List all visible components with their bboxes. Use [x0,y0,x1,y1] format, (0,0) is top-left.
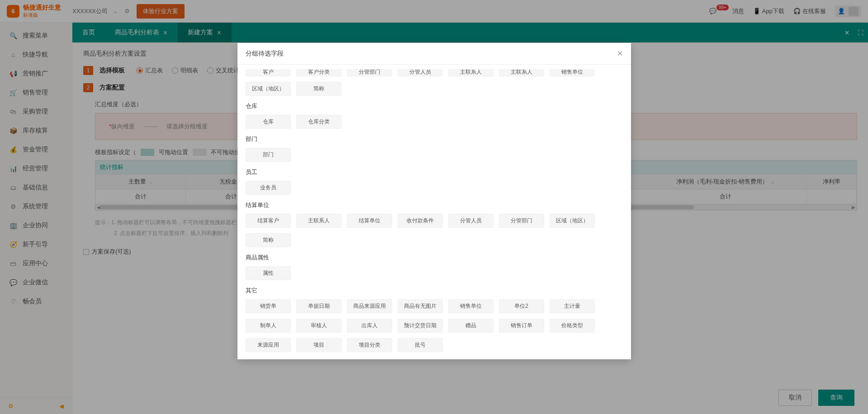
field-chip[interactable]: 批号 [398,338,443,352]
field-chip[interactable]: 项目 [296,338,342,352]
field-chip[interactable]: 来源应用 [246,338,291,352]
modal-scroll[interactable]: 客户客户分类分管部门分管人员主联系人主联系人销售单位 区域（地区）简称 仓库仓库… [246,69,629,355]
chip-row: 结算客户主联系人结算单位收付款条件分管人员分管部门区域（地区）简称 [246,214,623,247]
field-chip[interactable]: 仓库分类 [296,115,342,129]
field-chip[interactable]: 简称 [246,233,291,247]
field-chip[interactable]: 业务员 [246,181,291,195]
field-group-title: 商品属性 [246,254,623,262]
modal-header: 分组待选字段 ✕ [237,43,631,65]
chip-row: 销货单单据日期商品来源应用商品有无图片销售单位单位2主计量制单人审核人出库人预计… [246,299,623,352]
field-chip[interactable]: 单据日期 [296,299,342,313]
field-chip[interactable]: 销售订单 [499,319,544,333]
field-chip[interactable]: 销售单位 [448,299,493,313]
field-group-title: 部门 [246,135,623,143]
field-chip[interactable]: 分管人员 [448,214,493,228]
field-chip[interactable]: 分管人员 [398,69,443,76]
field-chip[interactable]: 销售单位 [550,69,595,76]
field-chip[interactable]: 区域（地区） [550,214,595,228]
chip-row: 属性 [246,266,623,280]
field-chip[interactable]: 简称 [296,82,342,96]
field-chip[interactable]: 赠品 [448,319,493,333]
field-chip[interactable]: 商品有无图片 [398,299,443,313]
chip-row: 区域（地区）简称 [246,82,623,96]
field-chip[interactable]: 制单人 [246,319,291,333]
close-icon[interactable]: ✕ [617,49,623,58]
chip-row: 部门 [246,148,623,162]
field-chip[interactable]: 分管部门 [499,214,544,228]
field-chip[interactable]: 客户 [246,69,291,76]
field-chip[interactable]: 出库人 [347,319,392,333]
field-chip[interactable]: 商品来源应用 [347,299,392,313]
field-group-title: 其它 [246,287,623,295]
field-chip[interactable]: 价格类型 [550,319,595,333]
field-chip[interactable]: 区域（地区） [246,82,291,96]
field-chip[interactable]: 主联系人 [448,69,493,76]
chip-row: 业务员 [246,181,623,195]
field-chip[interactable]: 预计交货日期 [398,319,443,333]
field-group-title: 员工 [246,168,623,176]
field-chip[interactable]: 结算单位 [347,214,392,228]
field-chip[interactable]: 部门 [246,148,291,162]
field-chip[interactable]: 销货单 [246,299,291,313]
field-modal: 分组待选字段 ✕ 客户客户分类分管部门分管人员主联系人主联系人销售单位 区域（地… [237,43,631,359]
modal-title: 分组待选字段 [246,50,284,58]
field-chip[interactable]: 单位2 [499,299,544,313]
field-chip[interactable]: 审核人 [296,319,342,333]
field-chip[interactable]: 项目分类 [347,338,392,352]
modal-body: 客户客户分类分管部门分管人员主联系人主联系人销售单位 区域（地区）简称 仓库仓库… [237,65,631,359]
partial-chip-row: 客户客户分类分管部门分管人员主联系人主联系人销售单位 [246,69,623,76]
field-group-title: 仓库 [246,102,623,110]
field-chip[interactable]: 客户分类 [296,69,342,76]
field-chip[interactable]: 仓库 [246,115,291,129]
field-chip[interactable]: 主联系人 [499,69,544,76]
field-chip[interactable]: 属性 [246,266,291,280]
field-chip[interactable]: 结算客户 [246,214,291,228]
field-chip[interactable]: 主计量 [550,299,595,313]
field-group-title: 结算单位 [246,201,623,209]
field-chip[interactable]: 收付款条件 [398,214,443,228]
chip-row: 仓库仓库分类 [246,115,623,129]
field-chip[interactable]: 分管部门 [347,69,392,76]
field-chip[interactable]: 主联系人 [296,214,342,228]
